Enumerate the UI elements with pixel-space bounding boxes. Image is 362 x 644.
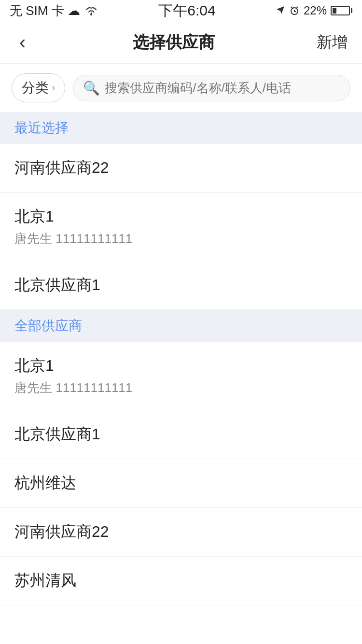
item-name: 北京供应商1 bbox=[14, 275, 348, 296]
status-time: 下午6:04 bbox=[158, 1, 215, 21]
all-list: 北京1唐先生 11111111111北京供应商1杭州维达河南供应商22苏州清风 bbox=[0, 342, 362, 605]
item-name: 苏州清风 bbox=[14, 570, 348, 591]
battery-icon bbox=[331, 6, 352, 15]
list-item[interactable]: 北京供应商1 bbox=[0, 261, 362, 310]
search-icon: 🔍 bbox=[83, 80, 100, 96]
list-item[interactable]: 河南供应商22 bbox=[0, 508, 362, 557]
list-item[interactable]: 北京1唐先生 11111111111 bbox=[0, 193, 362, 261]
item-name: 北京供应商1 bbox=[14, 424, 348, 445]
recent-section-header: 最近选择 bbox=[0, 112, 362, 144]
recent-section-label: 最近选择 bbox=[14, 120, 69, 135]
item-detail: 唐先生 11111111111 bbox=[14, 379, 348, 396]
item-name: 杭州维达 bbox=[14, 473, 348, 494]
list-item[interactable]: 北京1唐先生 11111111111 bbox=[0, 342, 362, 410]
wifi-icon bbox=[84, 5, 98, 16]
item-name: 北京1 bbox=[14, 206, 348, 227]
all-section-label: 全部供应商 bbox=[14, 318, 82, 333]
nav-bar: ‹ 选择供应商 新增 bbox=[0, 21, 362, 64]
category-label: 分类 bbox=[22, 79, 49, 97]
item-detail: 唐先生 11111111111 bbox=[14, 230, 348, 247]
filter-bar: 分类 › 🔍 bbox=[0, 64, 362, 112]
item-name: 北京1 bbox=[14, 355, 348, 377]
item-name: 河南供应商22 bbox=[14, 521, 348, 543]
battery-percent: 22% bbox=[304, 4, 327, 17]
add-button[interactable]: 新增 bbox=[317, 32, 348, 53]
list-item[interactable]: 河南供应商22 bbox=[0, 144, 362, 193]
list-item[interactable]: 杭州维达 bbox=[0, 459, 362, 508]
status-left: 无 SIM 卡 ☁ bbox=[10, 2, 98, 19]
all-section-header: 全部供应商 bbox=[0, 310, 362, 342]
search-box: 🔍 bbox=[73, 75, 350, 101]
svg-point-0 bbox=[90, 14, 92, 15]
recent-list: 河南供应商22北京1唐先生 11111111111北京供应商1 bbox=[0, 144, 362, 310]
sim-status: 无 SIM 卡 ☁ bbox=[10, 2, 80, 19]
location-icon bbox=[276, 5, 285, 16]
chevron-right-icon: › bbox=[52, 82, 55, 94]
list-item[interactable]: 北京供应商1 bbox=[0, 410, 362, 459]
status-bar: 无 SIM 卡 ☁ 下午6:04 22% bbox=[0, 0, 362, 21]
list-item[interactable]: 苏州清风 bbox=[0, 557, 362, 605]
page-title: 选择供应商 bbox=[133, 31, 215, 54]
search-input[interactable] bbox=[105, 81, 340, 96]
category-button[interactable]: 分类 › bbox=[12, 73, 65, 102]
item-name: 河南供应商22 bbox=[14, 157, 348, 179]
svg-line-5 bbox=[296, 7, 298, 8]
alarm-icon bbox=[289, 5, 300, 16]
status-right: 22% bbox=[276, 4, 352, 17]
back-button[interactable]: ‹ bbox=[14, 27, 30, 58]
svg-line-4 bbox=[291, 7, 292, 8]
